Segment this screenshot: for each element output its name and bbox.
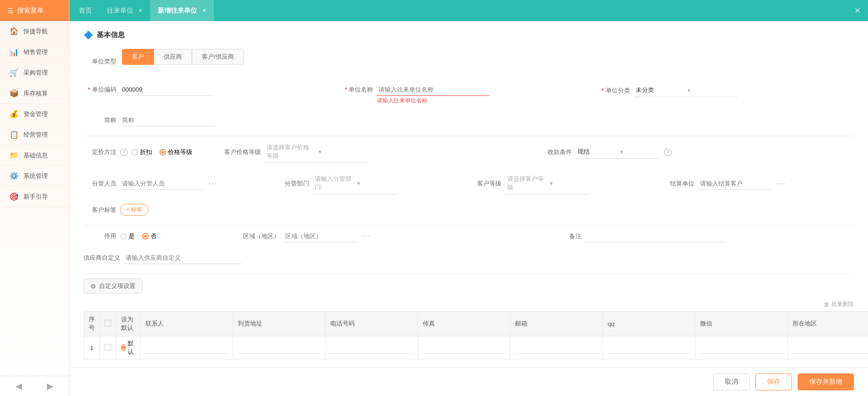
unit-category-field: 单位分类 未分类 ▼ — [597, 84, 854, 97]
sidebar-collapse-btn[interactable]: ◀ — [5, 381, 33, 391]
sidebar-item-basic[interactable]: 📁 基础信息 — [0, 145, 69, 166]
row-wechat[interactable] — [695, 336, 788, 359]
gear-icon: ⚙ — [91, 283, 96, 290]
save-button[interactable]: 保存 — [755, 373, 792, 390]
disabled-yes[interactable]: 是 — [120, 232, 135, 241]
region-input[interactable] — [283, 230, 358, 242]
department-label: 分管部门 — [276, 179, 309, 188]
batch-delete-area[interactable]: 🗑 批量删除 — [84, 300, 854, 308]
row-customer-tag: 客户标签 + 标签 — [84, 204, 854, 216]
col-phone: 电话号码 — [326, 311, 418, 336]
type-btn-customer[interactable]: 客户 — [122, 49, 154, 65]
cancel-button[interactable]: 取消 — [713, 373, 750, 390]
region-more-icon[interactable]: ··· — [362, 232, 371, 241]
row-contact-input[interactable] — [145, 342, 228, 354]
row-location-input[interactable] — [792, 342, 868, 354]
tab-partners-close[interactable]: ✕ — [138, 8, 143, 14]
row-address-input[interactable] — [238, 342, 320, 354]
col-location: 所在地区 — [788, 311, 868, 336]
row-contact[interactable] — [141, 336, 233, 359]
row-phone-input[interactable] — [330, 342, 413, 354]
row-fax[interactable] — [418, 336, 510, 359]
sidebar-expand-btn[interactable]: ▶ — [37, 381, 65, 391]
department-select[interactable]: 请输入分管部门 ▼ — [313, 172, 397, 194]
sidebar-item-sales[interactable]: 📊 销售管理 — [0, 42, 69, 62]
custom-settings-button[interactable]: ⚙ 自定义项设置 — [84, 279, 143, 294]
customer-level-select[interactable]: 请选择客户等级 ▼ — [505, 172, 590, 194]
abbr-input[interactable] — [120, 114, 214, 126]
row-email[interactable] — [510, 336, 603, 359]
row-qq[interactable] — [603, 336, 695, 359]
pricing-price-level[interactable]: 价格等级 — [160, 148, 192, 156]
manager-field: 分管人员 ··· — [84, 178, 276, 190]
row-default-radio[interactable]: 默认 — [121, 339, 136, 356]
payment-help-icon[interactable]: ? — [664, 148, 671, 156]
add-tag-button[interactable]: + 标签 — [120, 204, 148, 216]
unit-code-input[interactable] — [120, 84, 214, 96]
save-and-new-button[interactable]: 保存并新增 — [798, 373, 854, 390]
header-checkbox[interactable] — [105, 320, 111, 326]
sidebar-search[interactable]: ☰ 搜索菜单 — [0, 0, 69, 21]
manager-input[interactable] — [120, 178, 205, 190]
close-all-tabs[interactable]: ✕ — [849, 6, 866, 15]
search-icon: ☰ — [8, 7, 14, 15]
sidebar-item-inventory[interactable]: 📦 库存核算 — [0, 83, 69, 104]
sidebar-item-purchase[interactable]: 🛒 采购管理 — [0, 62, 69, 83]
payment-terms-value: 现结 — [578, 148, 617, 156]
row-check[interactable] — [100, 336, 116, 359]
region-field: 区域（地区） ··· — [243, 230, 548, 242]
chevron-down-icon5: ▼ — [549, 181, 588, 186]
row-checkbox[interactable] — [105, 344, 111, 350]
pricing-discount[interactable]: 折扣 — [131, 148, 152, 156]
department-field: 分管部门 请输入分管部门 ▼ — [276, 172, 469, 194]
payment-terms-select[interactable]: 现结 ▼ — [576, 145, 660, 159]
type-btn-both[interactable]: 客户/供应商 — [192, 49, 244, 65]
disabled-no[interactable]: 否 — [142, 232, 157, 241]
sidebar-item-system[interactable]: ⚙️ 系统管理 — [0, 166, 69, 186]
tab-new-partner[interactable]: 新增往来单位 ✕ — [150, 0, 214, 21]
customer-price-level-select[interactable]: 请选择客户价格等级 ▼ — [265, 141, 368, 163]
row-location[interactable] — [788, 336, 868, 359]
tab-partners[interactable]: 往来单位 ✕ — [99, 0, 150, 21]
row-supplier-custom: 供应商自定义 — [84, 252, 854, 264]
pricing-help-icon[interactable]: ? — [120, 148, 128, 156]
sidebar-item-guide[interactable]: 🎯 新手引导 — [0, 186, 69, 207]
sidebar-item-quick-nav[interactable]: 🏠 快捷导航 — [0, 21, 69, 42]
divider-3 — [84, 273, 854, 274]
row-default[interactable]: 默认 — [116, 336, 141, 359]
type-btn-supplier[interactable]: 供应商 — [154, 49, 192, 65]
row-default-circle — [121, 344, 126, 351]
row-email-input[interactable] — [515, 342, 598, 354]
home-icon: 🏠 — [9, 27, 19, 36]
tab-home[interactable]: 首页 — [71, 0, 99, 21]
unit-name-input[interactable] — [377, 84, 489, 96]
settlement-input[interactable] — [698, 178, 773, 190]
unit-category-select[interactable]: 未分类 ▼ — [634, 84, 737, 97]
tab-new-partner-close[interactable]: ✕ — [202, 8, 206, 14]
batch-delete-label: 批量删除 — [831, 300, 854, 308]
sidebar-item-label: 资金管理 — [23, 110, 48, 118]
settlement-more-icon[interactable]: ··· — [777, 179, 786, 188]
unit-name-row: 单位名称 — [340, 84, 597, 96]
row-fax-input[interactable] — [423, 342, 505, 354]
abbr-field: 简称 — [84, 114, 854, 126]
remarks-field: 备注 — [548, 230, 854, 242]
chevron-down-icon: ▼ — [687, 88, 735, 93]
remarks-input[interactable] — [585, 230, 726, 242]
sidebar-item-operations[interactable]: 📋 经营管理 — [0, 124, 69, 145]
row-qq-input[interactable] — [608, 342, 690, 354]
col-fax: 传真 — [418, 311, 510, 336]
customer-level-placeholder: 请选择客户等级 — [507, 175, 546, 192]
row-address[interactable] — [233, 336, 326, 359]
radio-discount-label: 折扣 — [140, 148, 152, 156]
sidebar-item-finance[interactable]: 💰 资金管理 — [0, 104, 69, 124]
unit-name-field-group: 单位名称 请输入往来单位名称 — [340, 84, 597, 105]
radio-price-level-label: 价格等级 — [168, 148, 192, 156]
radio-no-label: 否 — [151, 232, 157, 241]
supplier-custom-input[interactable] — [124, 252, 241, 264]
row-wechat-input[interactable] — [700, 342, 783, 354]
divider-2 — [84, 225, 854, 225]
row-phone[interactable] — [326, 336, 418, 359]
manager-more-icon[interactable]: ··· — [208, 179, 217, 188]
tab-partners-label: 往来单位 — [107, 7, 133, 15]
